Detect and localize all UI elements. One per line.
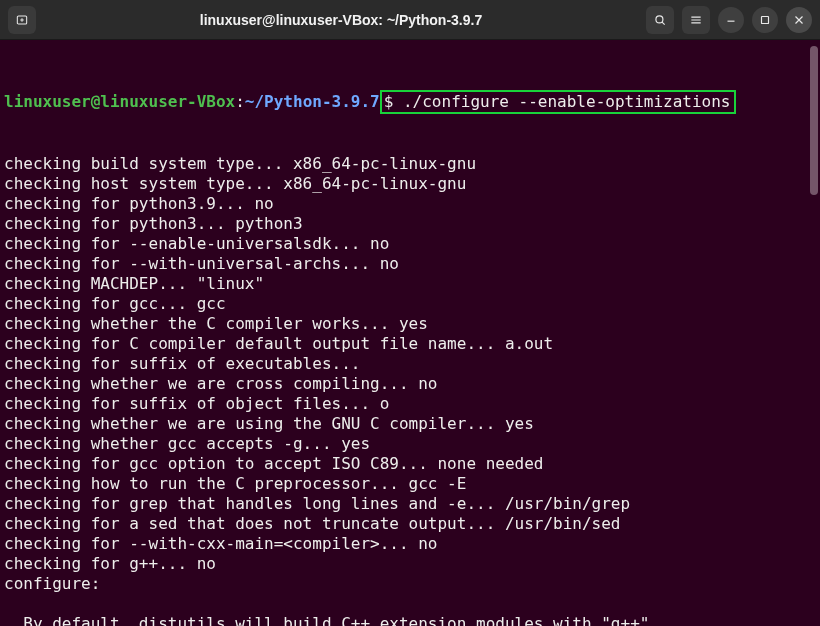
terminal-output: checking build system type... x86_64-pc-… (4, 154, 814, 626)
terminal-line: checking for --with-cxx-main=<compiler>.… (4, 534, 814, 554)
terminal-line: checking for suffix of executables... (4, 354, 814, 374)
svg-rect-2 (762, 16, 769, 23)
titlebar-left-group (8, 6, 36, 34)
terminal-line: checking for grep that handles long line… (4, 494, 814, 514)
scrollbar-track[interactable] (810, 46, 818, 620)
hamburger-icon (689, 13, 703, 27)
terminal-line: checking for --with-universal-archs... n… (4, 254, 814, 274)
close-button[interactable] (786, 7, 812, 33)
terminal-line: checking host system type... x86_64-pc-l… (4, 174, 814, 194)
terminal-line: checking for C compiler default output f… (4, 334, 814, 354)
terminal-line: checking whether we are using the GNU C … (4, 414, 814, 434)
terminal-line: checking for suffix of object files... o (4, 394, 814, 414)
maximize-button[interactable] (752, 7, 778, 33)
hamburger-menu-button[interactable] (682, 6, 710, 34)
terminal-line: checking whether the C compiler works...… (4, 314, 814, 334)
terminal-line: checking MACHDEP... "linux" (4, 274, 814, 294)
prompt-path: ~/Python-3.9.7 (245, 92, 380, 111)
search-icon (653, 13, 667, 27)
svg-point-1 (656, 15, 663, 22)
terminal-line: checking for a sed that does not truncat… (4, 514, 814, 534)
terminal-line: checking for python3.9... no (4, 194, 814, 214)
search-button[interactable] (646, 6, 674, 34)
terminal-line: By default, distutils will build C++ ext… (4, 614, 814, 626)
terminal-line: checking for gcc option to accept ISO C8… (4, 454, 814, 474)
new-tab-icon (15, 13, 29, 27)
prompt-separator: : (235, 92, 245, 111)
minimize-icon (724, 13, 738, 27)
terminal-line: checking for --enable-universalsdk... no (4, 234, 814, 254)
command-text: ./configure --enable-optimizations (403, 92, 731, 111)
terminal-line: configure: (4, 574, 814, 594)
titlebar-right-group (646, 6, 812, 34)
terminal-viewport[interactable]: linuxuser@linuxuser-VBox:~/Python-3.9.7$… (0, 40, 820, 626)
window-titlebar: linuxuser@linuxuser-VBox: ~/Python-3.9.7 (0, 0, 820, 40)
minimize-button[interactable] (718, 7, 744, 33)
scrollbar-thumb[interactable] (810, 46, 818, 195)
terminal-line: checking build system type... x86_64-pc-… (4, 154, 814, 174)
terminal-line: checking whether gcc accepts -g... yes (4, 434, 814, 454)
close-icon (792, 13, 806, 27)
terminal-line: checking for python3... python3 (4, 214, 814, 234)
maximize-icon (758, 13, 772, 27)
command-highlight-box: $ ./configure --enable-optimizations (380, 90, 737, 114)
terminal-line (4, 594, 814, 614)
terminal-line: checking whether we are cross compiling.… (4, 374, 814, 394)
prompt-sigil: $ (384, 92, 394, 111)
window-title: linuxuser@linuxuser-VBox: ~/Python-3.9.7 (46, 12, 636, 28)
terminal-line: checking for g++... no (4, 554, 814, 574)
terminal-line: checking for gcc... gcc (4, 294, 814, 314)
prompt-line: linuxuser@linuxuser-VBox:~/Python-3.9.7$… (4, 90, 814, 114)
new-tab-button[interactable] (8, 6, 36, 34)
terminal-line: checking how to run the C preprocessor..… (4, 474, 814, 494)
prompt-user-host: linuxuser@linuxuser-VBox (4, 92, 235, 111)
